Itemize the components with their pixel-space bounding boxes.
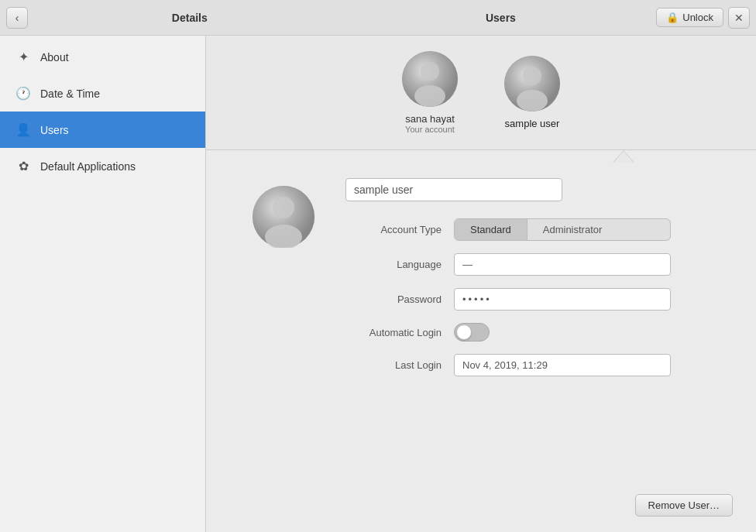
window-title: Users	[486, 12, 516, 24]
svg-point-2	[414, 85, 445, 107]
auto-login-row: Automatic Login	[345, 323, 710, 342]
remove-user-button[interactable]: Remove User…	[635, 494, 733, 517]
account-type-control: Standard Administrator	[454, 218, 671, 241]
language-input[interactable]	[454, 253, 671, 276]
sidebar-label-users: Users	[40, 124, 69, 136]
unlock-button[interactable]: 🔒 Unlock	[656, 8, 723, 27]
account-type-label: Account Type	[345, 224, 454, 235]
toggle-knob	[456, 324, 472, 340]
user-card-sample[interactable]: sample user	[504, 56, 560, 129]
sidebar-label-about: About	[40, 51, 69, 63]
avatar-sana	[402, 51, 458, 107]
lock-icon: 🔒	[666, 12, 679, 23]
back-button[interactable]: ‹	[6, 7, 28, 29]
user-name-sana: sana hayat	[405, 113, 455, 125]
password-row: Password	[345, 288, 710, 311]
sidebar-item-users[interactable]: 👤 Users	[0, 112, 205, 148]
detail-avatar-svg	[253, 186, 314, 248]
sidebar-item-about[interactable]: ✦ About	[0, 39, 205, 75]
selection-caret	[206, 150, 756, 163]
administrator-btn[interactable]: Administrator	[527, 219, 618, 240]
user-card-sana[interactable]: sana hayat Your account	[402, 51, 458, 134]
user-subtitle-sana: Your account	[405, 125, 455, 134]
avatar-sample	[504, 56, 560, 112]
sidebar-item-default-applications[interactable]: ✿ Default Applications	[0, 148, 205, 184]
titlebar: ‹ Details Users 🔒 Unlock ✕	[0, 0, 756, 36]
users-icon: 👤	[15, 122, 31, 137]
user-form: Account Type Standard Administrator Lang…	[345, 178, 710, 389]
language-label: Language	[345, 259, 454, 270]
sidebar-label-default-apps: Default Applications	[40, 160, 136, 173]
users-header: sana hayat Your account	[206, 36, 756, 150]
avatar-svg-sample	[504, 56, 560, 112]
close-button[interactable]: ✕	[728, 7, 750, 29]
svg-point-7	[273, 197, 294, 218]
main-layout: ✦ About 🕐 Date & Time 👤 Users ✿ Default …	[0, 36, 756, 532]
auto-login-label: Automatic Login	[345, 327, 454, 338]
avatar-svg-sana	[402, 51, 458, 107]
detail-avatar	[253, 186, 314, 248]
username-input[interactable]	[345, 178, 562, 201]
sidebar-label-datetime: Date & Time	[40, 88, 100, 100]
password-label: Password	[345, 293, 454, 305]
content-area: sana hayat Your account	[206, 36, 756, 532]
unlock-label: Unlock	[682, 12, 713, 23]
password-input[interactable]	[454, 288, 671, 311]
user-details-panel: Account Type Standard Administrator Lang…	[206, 163, 756, 532]
sidebar-item-datetime[interactable]: 🕐 Date & Time	[0, 75, 205, 112]
user-name-sample: sample user	[505, 118, 560, 129]
password-control	[454, 288, 671, 311]
datetime-icon: 🕐	[15, 86, 31, 101]
last-login-row: Last Login	[345, 354, 710, 376]
user-details-inner: Account Type Standard Administrator Lang…	[253, 178, 710, 389]
details-label: Details	[34, 12, 345, 24]
titlebar-actions: 🔒 Unlock ✕	[656, 7, 750, 29]
close-icon: ✕	[734, 12, 744, 24]
standard-btn[interactable]: Standard	[455, 219, 527, 240]
last-login-label: Last Login	[345, 359, 454, 371]
about-icon: ✦	[15, 50, 31, 64]
last-login-input	[454, 354, 671, 376]
account-type-toggle: Standard Administrator	[454, 218, 671, 241]
last-login-control	[454, 354, 671, 376]
caret-up	[613, 151, 634, 163]
svg-point-1	[421, 62, 439, 81]
auto-login-toggle[interactable]	[454, 323, 490, 342]
auto-login-control	[454, 323, 671, 342]
back-icon: ‹	[15, 12, 19, 24]
svg-point-4	[523, 67, 541, 85]
sidebar: ✦ About 🕐 Date & Time 👤 Users ✿ Default …	[0, 36, 206, 532]
account-type-row: Account Type Standard Administrator	[345, 218, 710, 241]
default-apps-icon: ✿	[15, 159, 31, 173]
language-row: Language	[345, 253, 710, 276]
language-control	[454, 253, 671, 276]
svg-point-5	[517, 90, 548, 112]
